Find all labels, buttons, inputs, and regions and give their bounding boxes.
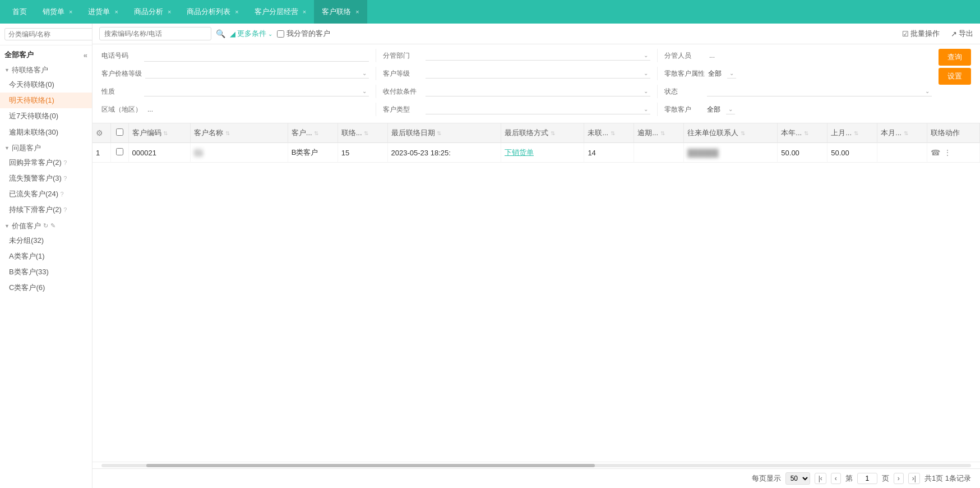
close-customer-tier-icon[interactable]: × [303, 8, 306, 15]
customer-name-blurred: Ea [194, 149, 203, 157]
close-product-analysis-list-icon[interactable]: × [235, 8, 238, 15]
close-product-analysis-icon[interactable]: × [168, 8, 171, 15]
toolbar-search-input[interactable] [99, 27, 211, 40]
refresh-icon-value[interactable]: ↻ [43, 222, 48, 229]
filter-region-more[interactable]: ... [145, 105, 155, 113]
col-contacts[interactable]: 联络... ⇅ [338, 123, 387, 143]
col-year-amount[interactable]: 本年... ⇅ [778, 123, 828, 143]
sidebar-group-problem[interactable]: 问题客户 [0, 140, 92, 155]
query-button[interactable]: 查询 [939, 49, 971, 66]
sidebar-item-tomorrow-pending[interactable]: 明天待联络(1) [0, 93, 92, 108]
sidebar-item-ungrouped[interactable]: 未分组(32) [0, 233, 92, 248]
col-customer-name[interactable]: 客户名称 ⇅ [191, 123, 288, 143]
scrollbar-thumb[interactable] [146, 464, 595, 467]
col-last-contact-way[interactable]: 最后联络方式 ⇅ [501, 123, 584, 143]
nav-product-analysis[interactable]: 商品分析 × [126, 0, 179, 24]
col-overdue[interactable]: 逾期... ⇅ [634, 123, 684, 143]
last-contact-way-link[interactable]: 下销货单 [505, 148, 534, 156]
toolbar-filter-btn[interactable]: ◢ 更多条件 ⌄ [230, 29, 272, 39]
nav-sales-order[interactable]: 销货单 × [35, 0, 80, 24]
last-page-btn[interactable]: ›| [908, 473, 920, 484]
batch-op-btn[interactable]: ☑ 批量操作 [902, 29, 940, 39]
help-icon-churned: ? [60, 191, 63, 197]
filter-person-more[interactable]: ... [707, 52, 717, 59]
settings-icon[interactable]: ⚙ [96, 128, 103, 137]
sidebar-item-today-pending[interactable]: 今天待联络(0) [0, 77, 92, 93]
edit-icon-value[interactable]: ✎ [50, 222, 56, 229]
cell-checkbox[interactable] [110, 143, 128, 163]
filter-phone-input[interactable] [144, 50, 369, 62]
filter-cust-level-select[interactable]: ⌄ [426, 68, 650, 79]
my-customers-checkbox-label[interactable]: 我分管的客户 [277, 29, 330, 39]
my-customers-checkbox[interactable] [277, 30, 284, 38]
nav-customer-contact[interactable]: 客户联络 × [314, 0, 367, 24]
grid-action-icon[interactable]: ⋮ [944, 148, 951, 157]
filter-cust-type-select[interactable]: ⌄ [426, 104, 650, 114]
filter-retail-attr-select[interactable]: ⌄ [727, 68, 736, 79]
divider-6 [657, 85, 658, 98]
sort-unlink-icon: ⇅ [611, 130, 615, 136]
select-all-checkbox[interactable] [116, 128, 123, 136]
toolbar-search-icon[interactable]: 🔍 [216, 29, 225, 38]
sidebar-item-overdue-pending[interactable]: 逾期未联络(30) [0, 125, 92, 140]
filter-retail-attr: 零散客户属性 全部 ⌄ [664, 68, 932, 79]
horizontal-scrollbar[interactable] [93, 462, 980, 468]
col-gear[interactable]: ⚙ [93, 123, 110, 143]
first-page-btn[interactable]: |‹ [815, 473, 826, 484]
filter-cust-type: 客户类型 ⌄ [383, 104, 650, 114]
filter-cust-level-label: 客户等级 [383, 69, 422, 79]
col-action: 联络动作 [927, 123, 979, 143]
row-checkbox[interactable] [116, 148, 123, 155]
cell-last-contact-way[interactable]: 下销货单 [501, 143, 584, 163]
sidebar-item-a-class[interactable]: A类客户(1) [0, 248, 92, 264]
nav-customer-tier[interactable]: 客户分层经营 × [247, 0, 314, 24]
divider-5 [376, 85, 376, 98]
col-this-month[interactable]: 本月... ⇅ [877, 123, 927, 143]
sidebar-item-churned[interactable]: 已流失客户(24) ? [0, 186, 92, 202]
col-checkbox[interactable] [110, 123, 128, 143]
filter-status-label: 状态 [664, 87, 704, 96]
close-customer-contact-icon[interactable]: × [355, 8, 359, 15]
filter-nature-select[interactable]: ⌄ [144, 86, 369, 96]
col-partner-contact[interactable]: 往来单位联系人 ⇅ [684, 123, 778, 143]
sidebar-item-churn-warning[interactable]: 流失预警客户(3) ? [0, 171, 92, 186]
sidebar-item-repurchase-anomaly[interactable]: 回购异常客户(2) ? [0, 155, 92, 171]
nav-purchase-order[interactable]: 进货单 × [80, 0, 126, 24]
export-btn[interactable]: ↗ 导出 [951, 29, 973, 39]
col-customer-type[interactable]: 客户... ⇅ [288, 123, 338, 143]
sidebar-all-customers[interactable]: 全部客户 « [0, 45, 92, 62]
cell-name[interactable]: Ea [191, 143, 288, 163]
prev-page-btn[interactable]: ‹ [831, 473, 841, 484]
filter-payment-select[interactable]: ⌄ [426, 86, 650, 96]
nav-home[interactable]: 首页 [4, 0, 35, 24]
close-purchase-order-icon[interactable]: × [114, 8, 118, 15]
sidebar-item-declining[interactable]: 持续下滑客户(2) ? [0, 202, 92, 218]
sidebar-search-input[interactable] [4, 28, 93, 40]
filter-price-level-select[interactable]: ⌄ [145, 68, 369, 79]
sort-last-month-icon: ⇅ [854, 130, 858, 136]
sidebar-item-b-class[interactable]: B类客户(33) [0, 264, 92, 280]
filter-dept-select[interactable]: ⌄ [426, 50, 650, 61]
col-unlink-days[interactable]: 未联... ⇅ [584, 123, 634, 143]
sidebar-item-c-class[interactable]: C类客户(6) [0, 280, 92, 296]
page-number-input[interactable] [857, 473, 877, 484]
filter-retail-cust-select[interactable]: ⌄ [726, 104, 735, 114]
sidebar-item-7days-pending[interactable]: 近7天待联络(0) [0, 108, 92, 124]
filter-region: 区域（地区） ... [101, 105, 369, 114]
nav-product-analysis-list[interactable]: 商品分析列表 × [179, 0, 246, 24]
set-button[interactable]: 设置 [939, 68, 971, 85]
filter-region-label: 区域（地区） [101, 105, 142, 114]
page-size-select[interactable]: 50 [785, 472, 810, 485]
contact-action-icon[interactable]: ☎ [931, 148, 940, 157]
scrollbar-track[interactable] [101, 464, 971, 467]
sidebar-collapse-icon[interactable]: « [84, 51, 87, 59]
col-customer-code[interactable]: 客户编码 ⇅ [128, 123, 191, 143]
next-page-btn[interactable]: › [894, 473, 904, 484]
col-last-month[interactable]: 上月... ⇅ [828, 123, 877, 143]
sidebar-group-value[interactable]: 价值客户 ↻ ✎ [0, 218, 92, 233]
sidebar-group-pending[interactable]: 待联络客户 [0, 62, 92, 77]
filter-status-select[interactable]: ⌄ [707, 86, 932, 96]
close-sales-order-icon[interactable]: × [69, 8, 72, 15]
col-last-contact-date[interactable]: 最后联络日期 ⇅ [387, 123, 501, 143]
filter-arrow-icon: ⌄ [268, 31, 272, 37]
